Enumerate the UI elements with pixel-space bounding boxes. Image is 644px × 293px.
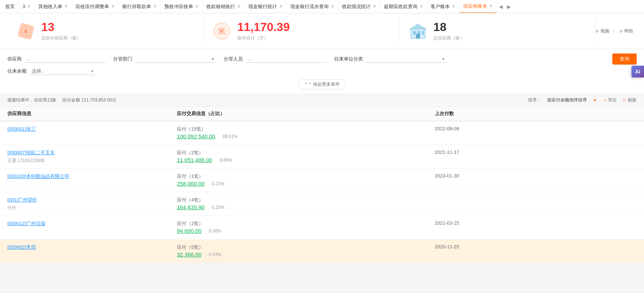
supplier-name[interactable]: [000012]广州贝瑞 [7, 220, 177, 227]
table-row[interactable]: [000012]广州贝瑞 应付（2笔） 94,600.00 0.08% 2021… [0, 216, 644, 239]
wheat-icon: 米 [211, 20, 233, 42]
nav-prev-arrow[interactable]: ◀ [497, 0, 505, 13]
close-icon[interactable]: ✕ [452, 4, 455, 9]
last-pay-date: 2022-08-08 [435, 126, 637, 131]
svg-text:米: 米 [218, 27, 226, 36]
sort-chevron-icon[interactable]: ▼ [593, 98, 597, 103]
supplier-input[interactable] [25, 55, 106, 63]
trans-amount[interactable]: 11,051,486.00 [177, 157, 212, 163]
table-row[interactable]: [000002]李四 应付（5笔） 32,366.00 0.03% 2020-1… [0, 239, 644, 263]
nav-bank[interactable]: 银行存取款单 ✕ [119, 0, 161, 13]
trans-label: 应付（1笔） [177, 173, 435, 180]
close-icon[interactable]: ✕ [64, 4, 68, 9]
nav-supplier-account[interactable]: 供应商账本 ✕ [459, 0, 497, 13]
nav-next-arrow[interactable]: ▶ [505, 0, 513, 13]
trans-label: 应付（4笔） [177, 197, 435, 203]
nav-cash-bank-stat[interactable]: 现金银行统计 ✕ [245, 0, 287, 13]
nav-customer-account[interactable]: 客户账本 ✕ [427, 0, 459, 13]
close-icon[interactable]: ✕ [153, 4, 157, 9]
video-link[interactable]: ⊙ 视频 [595, 28, 609, 34]
last-pay-date: 2021-11-17 [435, 149, 637, 155]
transaction-info: 应付（2笔） 11,051,486.00 9.89% [177, 149, 435, 164]
refresh-icon: ↻ [623, 98, 626, 103]
supplier-name[interactable]: [000007]恒旺二手叉车 [7, 149, 177, 156]
supplier-name[interactable]: [001]广州荣轩 [7, 197, 177, 203]
sort-select[interactable]: 按应付余额倒序排序 [547, 97, 587, 103]
category-input[interactable] [366, 55, 447, 63]
export-button[interactable]: ⇒ 导出 [603, 97, 617, 103]
filter-department: 分管部门 ▼ [113, 55, 216, 63]
card-info-total-payable: 11,170.39 应付合计（万） [237, 21, 290, 41]
collapse-button[interactable]: ⌃⌃ 收起更多条件 [298, 79, 346, 89]
card-info-payable: 13 总应付供应商（家） [41, 21, 81, 41]
nav-adjust[interactable]: 应收应付调整单 ✕ [72, 0, 119, 13]
summary-card-total-payable: 米 11,170.39 应付合计（万） [203, 17, 399, 45]
close-icon[interactable]: ✕ [279, 4, 283, 9]
filter-area: 供应商 分管部门 ▼ 分管人员 往来单位分类 ▼ 查询 往来余额 [0, 49, 644, 94]
table-row[interactable]: [000001]张三 应付（15笔） 100,092,540.00 89.61%… [0, 121, 644, 145]
nav-other-income[interactable]: 其他收入单 ✕ [35, 0, 72, 13]
export-icon: ⇒ [603, 98, 606, 103]
supplier-name[interactable]: [000001]张三 [7, 126, 177, 132]
table-row[interactable]: [000100]本特勤油品有限公司 应付（1笔） 258,000.00 0.23… [0, 169, 644, 192]
transaction-info: 应付（4笔） 164,635.90 0.15% [177, 197, 435, 211]
result-amount: 应付金额 111,703,854.00元 [62, 97, 116, 103]
nav-3[interactable]: 3 ✕ [19, 0, 35, 13]
svg-rect-6 [413, 31, 416, 35]
close-icon[interactable]: ✕ [489, 4, 493, 8]
trans-amount[interactable]: 258,000.00 [177, 180, 204, 187]
filter-category: 往来单位分类 ▼ [334, 55, 447, 63]
close-icon[interactable]: ✕ [373, 4, 376, 9]
svg-marker-9 [410, 24, 426, 29]
nav-prepay[interactable]: 预收冲应收单 ✕ [161, 0, 203, 13]
supplier-name[interactable]: [000002]李四 [7, 244, 177, 251]
trans-percent: 9.89% [220, 158, 232, 163]
close-icon[interactable]: ✕ [195, 4, 199, 9]
card-info-total-suppliers: 18 总供应商（家） [433, 21, 464, 41]
trans-percent: 0.23% [212, 181, 224, 186]
table-row[interactable]: [000007]恒旺二手叉车 王通 17106110000 应付（2笔） 11,… [0, 145, 644, 169]
help-link[interactable]: ⊙ 帮助 [619, 28, 633, 34]
supplier-contact: 王通 17106110000 [7, 158, 177, 164]
table-header: 供应商信息 应付交易信息（占比） 上次付数 [0, 107, 644, 121]
result-count: 搜索结果中，供应商13家 [7, 97, 56, 103]
trans-amount[interactable]: 100,092,540.00 [177, 133, 215, 139]
ai-button[interactable]: Ai [631, 66, 644, 77]
close-icon[interactable]: ✕ [237, 4, 241, 9]
trans-amount[interactable]: 32,366.00 [177, 251, 202, 258]
supplier-name[interactable]: [000100]本特勤油品有限公司 [7, 173, 177, 180]
header-supplier: 供应商信息 [7, 110, 177, 117]
close-icon[interactable]: ✕ [420, 4, 423, 9]
department-input[interactable] [135, 55, 216, 63]
trans-label: 应付（2笔） [177, 149, 435, 156]
nav-cash-flow[interactable]: 现金银行流水查询 ✕ [287, 0, 338, 13]
person-label: 分管人员 [224, 56, 243, 62]
nav-overdue[interactable]: 超期应收款查询 ✕ [380, 0, 427, 13]
table-row[interactable]: [001]广州荣轩 仔仔 应付（4笔） 164,635.90 0.15% [0, 192, 644, 216]
trans-amount[interactable]: 94,600.00 [177, 228, 202, 234]
refresh-button[interactable]: ↻ 刷新 [623, 97, 637, 103]
person-input[interactable] [246, 55, 327, 63]
query-button[interactable]: 查询 [612, 54, 637, 65]
trans-amount[interactable]: 164,635.90 [177, 204, 204, 210]
close-icon[interactable]: ✕ [111, 4, 115, 9]
close-icon[interactable]: ✕ [27, 4, 31, 9]
header-transaction: 应付交易信息（占比） [177, 110, 435, 117]
trans-percent: 0.15% [212, 205, 224, 210]
category-select-wrapper: ▼ [366, 55, 447, 63]
table-container: 供应商信息 应付交易信息（占比） 上次付数 [000001]张三 应付（15笔）… [0, 107, 644, 263]
trans-label: 应付（2笔） [177, 220, 435, 227]
balance-input[interactable] [29, 68, 96, 75]
trans-percent: 89.61% [223, 134, 238, 139]
transaction-info: 应付（2笔） 94,600.00 0.08% [177, 220, 435, 235]
balance-select-wrapper: ▼ [29, 68, 96, 75]
result-bar: 搜索结果中，供应商13家 应付金额 111,703,854.00元 排序： 按应… [0, 94, 644, 107]
top-nav: 首页 3 ✕ 其他收入单 ✕ 应收应付调整单 ✕ 银行存取款单 ✕ 预收冲应收单… [0, 0, 644, 13]
close-icon[interactable]: ✕ [331, 4, 334, 9]
top-right-links: ⊙ 视频 | ⊙ 帮助 [595, 28, 637, 34]
nav-home[interactable]: 首页 [1, 0, 19, 13]
filter-supplier: 供应商 [7, 55, 106, 63]
nav-collection[interactable]: 收款核销执行 ✕ [203, 0, 245, 13]
nav-collection-stat[interactable]: 收款情况统计 ✕ [338, 0, 380, 13]
last-pay-date: 2023-01-30 [435, 173, 637, 179]
